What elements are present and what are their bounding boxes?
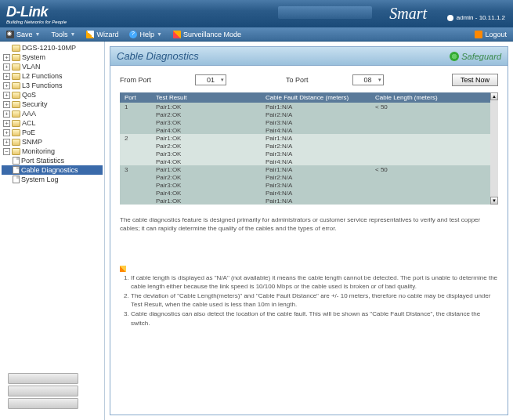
tree-system[interactable]: +System	[2, 52, 103, 62]
tree-vlan-label: VLAN	[22, 63, 41, 71]
tree-acl-label: ACL	[22, 119, 36, 127]
page-icon	[13, 166, 20, 174]
table-row: Pair4:OKPair4:N/A	[120, 158, 490, 165]
expand-icon[interactable]: +	[3, 63, 10, 71]
cell-port	[120, 173, 151, 181]
tree-vlan[interactable]: +VLAN	[2, 62, 103, 71]
cell-length	[370, 110, 490, 118]
cell-port	[120, 197, 151, 205]
expand-icon[interactable]: +	[3, 92, 10, 99]
safeguard-label: Safeguard	[461, 52, 501, 61]
tree-security[interactable]: +Security	[2, 100, 103, 109]
menu-help[interactable]: Help ▼	[129, 31, 161, 38]
cell-fault: Pair1:N/A	[261, 103, 370, 110]
tree-qos[interactable]: +QoS	[2, 90, 103, 100]
cell-result: Pair1:OK	[151, 134, 261, 142]
menu-wizard[interactable]: Wizard	[86, 31, 118, 38]
cell-length	[370, 181, 490, 189]
from-port-select[interactable]: 01	[195, 74, 226, 85]
brand-text: D-Link	[6, 4, 67, 20]
page-icon	[13, 157, 20, 165]
expand-icon[interactable]: +	[3, 120, 10, 127]
cell-port	[120, 181, 151, 189]
note-1: If cable length is displayed as "N/A" (n…	[131, 273, 498, 291]
panel-title: Cable Diagnostics	[117, 50, 199, 62]
folder-icon	[12, 73, 20, 80]
cell-result: Pair1:OK	[151, 197, 261, 205]
cell-length	[370, 126, 490, 134]
folder-icon	[12, 148, 20, 155]
table-row: 2Pair1:OKPair1:N/A	[120, 134, 490, 142]
expand-icon[interactable]: +	[3, 129, 10, 136]
expand-icon[interactable]: +	[3, 73, 10, 80]
table-header-row: Port Test Result Cable Fault Distance (m…	[120, 92, 490, 103]
folder-icon	[12, 110, 20, 118]
folder-icon	[12, 54, 20, 61]
tree-system-label: System	[22, 53, 45, 61]
description-text: The cable diagnostics feature is designe…	[120, 215, 498, 233]
cell-port	[120, 118, 151, 126]
tree-poe[interactable]: +PoE	[2, 128, 103, 137]
results-table: Port Test Result Cable Fault Distance (m…	[120, 92, 490, 205]
tree-device[interactable]: DGS-1210-10MP	[2, 43, 103, 52]
expand-icon[interactable]: +	[3, 139, 10, 146]
cell-fault: Pair3:N/A	[261, 181, 370, 189]
table-row: Pair1:OKPair1:N/A	[120, 197, 490, 205]
menu-tools-label: Tools	[51, 31, 67, 38]
menu-save[interactable]: Save ▼	[6, 31, 40, 38]
cell-result: Pair3:OK	[151, 181, 261, 189]
cell-length	[370, 150, 490, 158]
tree-aaa[interactable]: +AAA	[2, 109, 103, 118]
scroll-up-icon[interactable]: ▲	[490, 92, 498, 100]
cell-port	[120, 189, 151, 197]
results-table-wrap: Port Test Result Cable Fault Distance (m…	[120, 92, 498, 205]
spacer	[3, 45, 10, 52]
main: DGS-1210-10MP +System +VLAN +L2 Function…	[0, 42, 513, 420]
table-row: 1Pair1:OKPair1:N/A< 50	[120, 103, 490, 110]
cell-result: Pair2:OK	[151, 173, 261, 181]
tree-system-log[interactable]: System Log	[2, 175, 103, 184]
cell-fault: Pair4:N/A	[261, 189, 370, 197]
tree-security-label: Security	[22, 100, 48, 108]
smart-label: Smart	[389, 5, 427, 23]
surveillance-icon	[173, 31, 181, 38]
to-port-select[interactable]: 08	[352, 74, 384, 85]
table-row: Pair3:OKPair3:N/A	[120, 181, 490, 189]
cell-fault: Pair1:N/A	[261, 134, 370, 142]
tree-port-stats-label: Port Statistics	[21, 157, 64, 165]
cell-port: 3	[120, 165, 151, 173]
col-length: Cable Length (meters)	[370, 92, 490, 103]
admin-badge: admin - 10.11.1.2	[447, 14, 506, 21]
help-icon	[129, 31, 137, 38]
scrollbar[interactable]: ▲ ▼	[490, 92, 498, 205]
scroll-down-icon[interactable]: ▼	[490, 197, 498, 205]
menu-help-label: Help	[139, 31, 154, 38]
tree-l2[interactable]: +L2 Functions	[2, 71, 103, 81]
cell-fault: Pair4:N/A	[261, 126, 370, 134]
col-fault: Cable Fault Distance (meters)	[261, 92, 370, 103]
logout-icon	[475, 31, 482, 38]
expand-icon[interactable]: +	[3, 82, 10, 89]
tree-cable-diagnostics[interactable]: Cable Diagnostics	[2, 165, 103, 175]
tree-l3[interactable]: +L3 Functions	[2, 81, 103, 90]
tree-snmp[interactable]: +SNMP	[2, 137, 103, 147]
collapse-icon[interactable]: −	[3, 148, 10, 155]
to-port-label: To Port	[286, 76, 309, 84]
expand-icon[interactable]: +	[3, 54, 10, 61]
test-now-button[interactable]: Test Now	[452, 74, 498, 86]
cell-result: Pair3:OK	[151, 118, 261, 126]
expand-icon[interactable]: +	[3, 110, 10, 118]
panel-body: From Port 01 To Port 08 Test Now Port	[110, 66, 508, 415]
chevron-down-icon: ▼	[35, 31, 41, 37]
cell-result: Pair3:OK	[151, 150, 261, 158]
menu-logout[interactable]: Logout	[475, 31, 507, 38]
menu-surveillance[interactable]: Surveillance Mode	[173, 31, 241, 38]
tree-acl[interactable]: +ACL	[2, 118, 103, 128]
user-icon	[447, 15, 453, 21]
admin-text: admin - 10.11.1.2	[457, 14, 505, 21]
expand-icon[interactable]: +	[3, 101, 10, 108]
tree-port-statistics[interactable]: Port Statistics	[2, 156, 103, 165]
menu-tools[interactable]: Tools ▼	[51, 31, 75, 38]
tree-qos-label: QoS	[22, 91, 36, 99]
tree-monitoring[interactable]: −Monitoring	[2, 147, 103, 156]
